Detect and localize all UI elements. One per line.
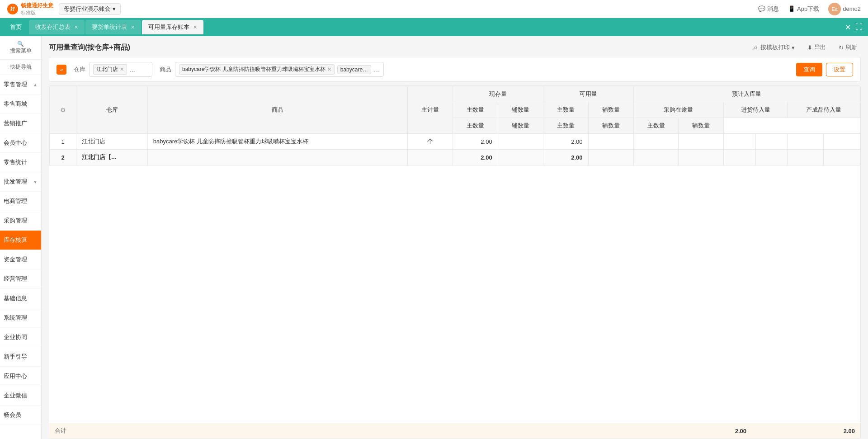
sidebar-item-wholesale[interactable]: 批发管理 ▼ [0, 172, 41, 192]
col-stock-sub-h: 辅数量 [498, 102, 543, 118]
sidebar-item-newbie[interactable]: 新手引导 [0, 347, 41, 367]
col-stock-group: 现存量 [453, 86, 543, 102]
sidebar-item-retail-stats[interactable]: 零售统计 [0, 153, 41, 172]
row1-warehouse: 江北门店 [76, 134, 148, 150]
tab-available-inventory[interactable]: 可用量库存账本 ✕ [142, 20, 203, 34]
table-container: ⚙ 仓库 商品 主计量 现存量 可用量 预计入库量 主数量 辅数量 主数量 [49, 85, 861, 439]
product-filter-group: 商品 babycare学饮杯 儿童防摔防撞吸管杯重力球吸嘴杯宝宝水杯 ✕ bab… [160, 62, 384, 77]
content-area: 可用量查询(按仓库+商品) 🖨 按模板打印 ▾ ⬇ 导出 ↻ 刷新 » [42, 36, 868, 439]
sidebar-search[interactable]: 🔍 搜索菜单 [0, 36, 41, 60]
message-action[interactable]: 💬 消息 [758, 5, 779, 13]
product-tag1: babycare学饮杯 儿童防摔防撞吸管杯重力球吸嘴杯宝宝水杯 ✕ [179, 64, 335, 75]
sidebar-item-system[interactable]: 系统管理 [0, 308, 41, 328]
row2-incoming-sub [755, 150, 787, 165]
logo-icon: 好 [7, 4, 18, 14]
filter-bar: » 仓库 江北门店 ✕ ... 商品 babycare学饮杯 儿童防摔防撞吸管杯… [49, 57, 861, 82]
page-title: 可用量查询(按仓库+商品) [49, 43, 130, 52]
row1-production-main [788, 134, 824, 150]
row2-warehouse: 江北门店【... [76, 150, 148, 165]
sidebar-item-enterprise[interactable]: 企业协同 [0, 328, 41, 347]
sidebar-item-retail-shop[interactable]: 零售商城 [0, 94, 41, 114]
app-download-action[interactable]: 📱 App下载 [788, 5, 819, 13]
tab-expand[interactable]: ⛶ [854, 21, 864, 33]
refresh-action[interactable]: ↻ 刷新 [835, 42, 861, 53]
query-button[interactable]: 查询 [796, 63, 822, 76]
col-gear[interactable]: ⚙ [50, 86, 76, 134]
col-purchase-main-h: 主数量 [453, 118, 498, 134]
tab-close-receive-summary[interactable]: ✕ [74, 24, 78, 30]
row2-available-sub [588, 150, 633, 165]
sidebar-item-ecommerce[interactable]: 电商管理 [0, 192, 41, 211]
product-input[interactable]: babycare学饮杯 儿童防摔防撞吸管杯重力球吸嘴杯宝宝水杯 ✕ babyca… [175, 62, 384, 77]
col-available-group: 可用量 [543, 86, 633, 102]
warehouse-tag-close[interactable]: ✕ [120, 66, 124, 72]
row2-product [147, 150, 407, 165]
product-more[interactable]: ... [374, 66, 380, 74]
table-footer: 合计 2.00 2.00 [49, 423, 860, 439]
top-header: 好 畅捷通好生意 标准版 母婴行业演示账套 ▾ 💬 消息 📱 App下载 Ea … [0, 0, 868, 18]
sidebar-quicknav[interactable]: 快捷导航 [0, 60, 41, 75]
page-actions: 🖨 按模板打印 ▾ ⬇ 导出 ↻ 刷新 [749, 42, 861, 53]
sidebar-item-operations[interactable]: 经营管理 [0, 269, 41, 289]
sidebar-item-member[interactable]: 会员中心 [0, 133, 41, 153]
row1-production-sub [824, 134, 860, 150]
col-warehouse: 仓库 [76, 86, 148, 134]
tab-receive-summary[interactable]: 收发存汇总表 ✕ [29, 20, 85, 34]
sidebar-item-vip[interactable]: 畅会员 [0, 406, 41, 425]
sidebar-item-purchase[interactable]: 采购管理 [0, 211, 41, 231]
row2-stock-main: 2.00 [453, 150, 498, 165]
row2-available-main: 2.00 [543, 150, 588, 165]
user-profile[interactable]: Ea demo2 [828, 3, 861, 15]
tab-bar: 首页 收发存汇总表 ✕ 要货单统计表 ✕ 可用量库存账本 ✕ ✕ ⛶ [0, 18, 868, 36]
col-incoming-main-h: 主数量 [543, 118, 588, 134]
row1-purchase-sub [679, 134, 724, 150]
sidebar-item-finance[interactable]: 资金管理 [0, 250, 41, 269]
tab-close-available-inventory[interactable]: ✕ [193, 24, 197, 30]
col-production-group: 产成品待入量 [788, 102, 860, 118]
row2-production-sub [824, 150, 860, 165]
logo-text: 畅捷通好生意 标准版 [21, 2, 53, 16]
sidebar-item-inventory[interactable]: 库存核算 [0, 231, 41, 250]
warehouse-input[interactable]: 江北门店 ✕ ... [89, 62, 152, 77]
product-tag1-close[interactable]: ✕ [327, 66, 331, 72]
header-right: 💬 消息 📱 App下载 Ea demo2 [758, 3, 861, 15]
main-layout: 🔍 搜索菜单 快捷导航 零售管理 ▲ 零售商城 营销推广 会员中心 零售统计 批… [0, 36, 868, 439]
setting-button[interactable]: 设置 [826, 63, 853, 76]
footer-label: 合计 [55, 427, 66, 435]
sidebar-item-appstore[interactable]: 应用中心 [0, 367, 41, 386]
row1-purchase-main [633, 134, 679, 150]
row1-incoming-sub [755, 134, 787, 150]
tab-close-all[interactable]: ✕ [843, 21, 853, 33]
template-print-action[interactable]: 🖨 按模板打印 ▾ [749, 42, 798, 53]
footer-available-main: 2.00 [844, 428, 855, 434]
export-action[interactable]: ⬇ 导出 [804, 42, 830, 53]
filter-expand-btn[interactable]: » [57, 65, 66, 75]
col-expected-group: 预计入库量 [633, 86, 860, 102]
col-available-sub-h: 辅数量 [588, 102, 633, 118]
row1-incoming-main [724, 134, 755, 150]
username: demo2 [843, 5, 861, 12]
table-scroll[interactable]: ⚙ 仓库 商品 主计量 现存量 可用量 预计入库量 主数量 辅数量 主数量 [49, 86, 860, 423]
logo-area: 好 畅捷通好生意 标准版 [7, 2, 53, 16]
col-production-sub-h: 辅数量 [679, 118, 724, 134]
tab-order-stats[interactable]: 要货单统计表 ✕ [85, 20, 141, 34]
sidebar-item-marketing[interactable]: 营销推广 [0, 114, 41, 133]
page-header: 可用量查询(按仓库+商品) 🖨 按模板打印 ▾ ⬇ 导出 ↻ 刷新 [42, 36, 868, 57]
sidebar-item-basic[interactable]: 基础信息 [0, 289, 41, 308]
tab-home[interactable]: 首页 [4, 20, 28, 34]
col-available-main-h: 主数量 [543, 102, 588, 118]
row1-stock-main: 2.00 [453, 134, 498, 150]
tab-close-order-stats[interactable]: ✕ [131, 24, 135, 30]
col-purchase-transit-group: 采购在途量 [633, 102, 724, 118]
industry-selector[interactable]: 母婴行业演示账套 ▾ [59, 3, 121, 15]
sidebar-item-wechat[interactable]: 企业微信 [0, 386, 41, 406]
product-label: 商品 [160, 66, 171, 74]
warehouse-more[interactable]: ... [130, 66, 136, 74]
avatar: Ea [828, 3, 841, 15]
row1-product: babycare学饮杯 儿童防摔防撞吸管杯重力球吸嘴杯宝宝水杯 [147, 134, 407, 150]
sidebar-item-retail[interactable]: 零售管理 ▲ [0, 75, 41, 94]
warehouse-tag: 江北门店 ✕ [93, 64, 127, 75]
product-tag2: babycare… [337, 65, 371, 74]
warehouse-label: 仓库 [74, 66, 85, 74]
row1-available-main: 2.00 [543, 134, 588, 150]
